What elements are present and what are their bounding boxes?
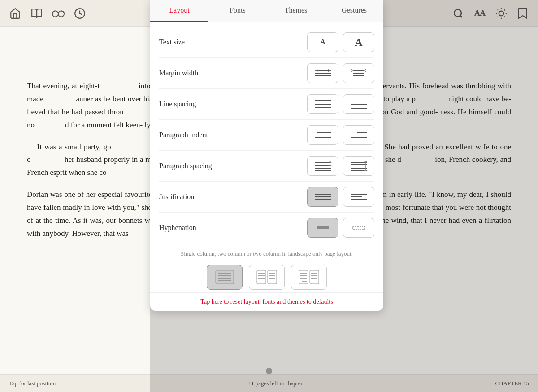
tab-themes[interactable]: Themes	[267, 0, 325, 22]
indent-large-btn[interactable]	[343, 125, 374, 145]
paragraph-indent-row: Paragraph indent	[159, 120, 374, 151]
two-column-landscape-btn[interactable]	[291, 265, 327, 290]
line-spacing-narrow-btn[interactable]	[307, 94, 338, 114]
settings-popup: Layout Fonts Themes Gestures Text size A…	[150, 0, 383, 311]
paragraph-indent-controls	[307, 125, 374, 145]
line-spacing-row: Line spacing	[159, 89, 374, 120]
paragraph-spacing-label: Paragraph spacing	[159, 162, 212, 170]
hyphen-on-btn[interactable]	[307, 218, 338, 238]
line-spacing-controls	[307, 94, 374, 114]
two-column-btn[interactable]	[249, 265, 285, 290]
clock-icon[interactable]	[74, 7, 86, 20]
text-size-small-btn[interactable]: A	[307, 32, 338, 52]
column-options	[150, 265, 383, 290]
svg-rect-52	[216, 270, 234, 284]
tab-gestures[interactable]: Gestures	[325, 0, 383, 22]
text-size-large-btn[interactable]: A	[343, 32, 374, 52]
justify-full-btn[interactable]	[307, 187, 338, 207]
paragraph-spacing-large-btn[interactable]	[343, 156, 374, 176]
hyphenation-label: Hyphenation	[159, 224, 196, 232]
reset-link[interactable]: Tap here to reset layout, fonts and them…	[150, 292, 383, 311]
nav-left-icons	[9, 7, 86, 20]
settings-tabs: Layout Fonts Themes Gestures	[150, 0, 383, 22]
paragraph-spacing-row: Paragraph spacing	[159, 151, 374, 182]
justification-row: Justification	[159, 182, 374, 213]
text-size-row: Text size A A	[159, 27, 374, 58]
line-spacing-label: Line spacing	[159, 100, 196, 108]
text-size-controls: A A	[307, 32, 374, 52]
paragraph-spacing-controls	[307, 156, 374, 176]
paragraph-indent-label: Paragraph indent	[159, 131, 208, 139]
margin-narrow-btn[interactable]	[307, 63, 338, 83]
one-column-btn[interactable]	[207, 265, 243, 290]
column-section: Single column, two column or two column …	[150, 243, 383, 292]
column-hint: Single column, two column or two column …	[150, 249, 383, 258]
paragraph-spacing-small-btn[interactable]	[307, 156, 338, 176]
margin-width-row: Margin width	[159, 58, 374, 89]
glasses-icon[interactable]	[52, 7, 65, 20]
tab-layout[interactable]: Layout	[150, 0, 208, 22]
margin-wide-btn[interactable]	[343, 63, 374, 83]
book-icon[interactable]	[30, 7, 43, 20]
margin-controls	[307, 63, 374, 83]
justification-label: Justification	[159, 193, 194, 201]
svg-rect-66	[310, 270, 319, 284]
justification-controls	[307, 187, 374, 207]
text-size-label: Text size	[159, 38, 185, 46]
last-position[interactable]: Tap for last position	[9, 380, 56, 387]
hyphenation-controls	[307, 218, 374, 238]
justify-left-btn[interactable]	[343, 187, 374, 207]
tab-fonts[interactable]: Fonts	[208, 0, 267, 22]
svg-rect-58	[268, 270, 277, 284]
line-spacing-wide-btn[interactable]	[343, 94, 374, 114]
settings-body: Text size A A Margin width	[150, 22, 383, 243]
home-icon[interactable]	[9, 7, 22, 20]
indent-small-btn[interactable]	[307, 125, 338, 145]
svg-rect-57	[257, 270, 266, 284]
svg-rect-50	[317, 226, 329, 229]
svg-rect-51	[352, 226, 365, 229]
hyphen-off-btn[interactable]	[343, 218, 374, 238]
hyphenation-row: Hyphenation	[159, 213, 374, 243]
margin-width-label: Margin width	[159, 69, 198, 77]
